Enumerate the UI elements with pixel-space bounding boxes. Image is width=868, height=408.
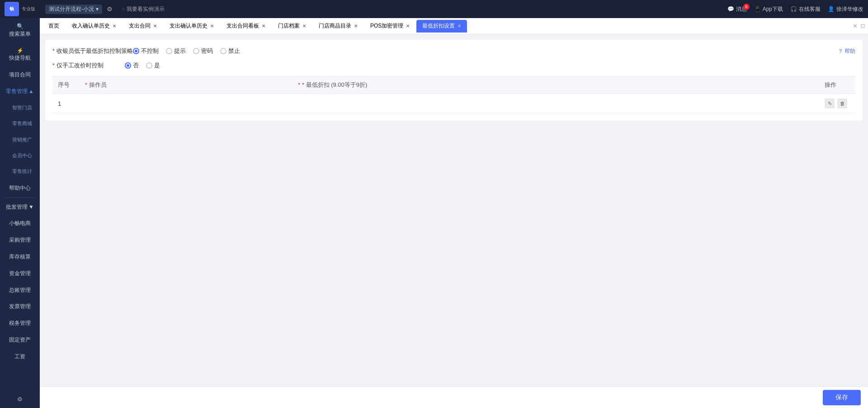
tab-home-label: 首页 [48,22,59,30]
dropdown-arrow-icon: ▾ [96,6,99,12]
tab-income-history-close[interactable]: ✕ [113,23,116,28]
tab-payment-confirm[interactable]: 支出确认单历史 ✕ [164,20,220,33]
topbar-right: 💬 消息 8 📱 App下载 🎧 在线客服 👤 徐泽华修改 [727,5,863,13]
tab-pos-password[interactable]: POS加密管理 ✕ [364,20,415,33]
tab-payment-board-close[interactable]: ✕ [262,23,265,28]
tab-payment-confirm-close[interactable]: ✕ [210,23,214,28]
strategy-label: * 收银员低于最低折扣控制策略 [52,47,133,55]
sidebar-item-inventory[interactable]: 库存核算 [0,249,40,265]
sidebar-item-retail[interactable]: 零售管理 ▲ [0,83,40,100]
tab-payment-contract-close[interactable]: ✕ [153,23,157,28]
delete-row-button[interactable]: 🗑 [837,98,847,108]
sidebar-label-finance: 资金管理 [0,270,40,277]
strategy-required-mark: * [52,47,55,54]
sidebar-item-shortcut[interactable]: ⚡ 快捷导航 [0,42,40,67]
sidebar-item-fixed-assets[interactable]: 固定资产 [0,332,40,348]
tab-min-discount-close[interactable]: ✕ [458,23,461,28]
sidebar-label-search: 搜索菜单 [0,30,40,38]
expand-tab-button[interactable]: ⊡ [860,23,865,29]
username-label: 徐泽华修改 [836,5,863,13]
user-profile-button[interactable]: 👤 徐泽华修改 [828,5,863,13]
manual-price-radio-yes[interactable] [146,62,152,69]
tab-min-discount-label: 最低折扣设置 [422,22,455,30]
row-actions: ✎ 🗑 [825,98,850,108]
project-name: 测试分开流程-小况 [49,5,94,13]
strategy-option-password[interactable]: 密码 [193,47,213,55]
tab-pos-password-close[interactable]: ✕ [406,23,410,28]
manual-price-radio-no[interactable] [125,62,131,69]
customer-service-button[interactable]: 🎧 在线客服 [790,5,821,13]
tab-income-history[interactable]: 收入确认单历史 ✕ [66,20,122,33]
sidebar-item-member[interactable]: 会员中心 [0,148,40,164]
demo-link[interactable]: ○ 我要看实例演示 [122,5,165,13]
manual-price-option-no[interactable]: 否 [125,61,139,70]
sidebar-item-finance[interactable]: 资金管理 [0,265,40,282]
sidebar-item-smart-store[interactable]: 智营门店 [0,100,40,116]
app-logo: 畅 专业版 [5,2,41,16]
tabbar-actions: ✕ ⊡ [853,23,865,29]
strategy-password-label: 密码 [201,47,213,55]
sidebar-item-wholesale[interactable]: 批发管理 ▼ [0,199,40,216]
save-button[interactable]: 保存 [823,390,861,405]
sidebar-label-fixed-assets: 固定资产 [0,336,40,344]
app-download-button[interactable]: 📱 App下载 [754,5,783,13]
cell-action: ✎ 🗑 [819,94,855,113]
tab-payment-board[interactable]: 支出合同看板 ✕ [221,20,271,33]
wholesale-arrow-icon: ▼ [28,203,34,211]
manual-price-option-yes[interactable]: 是 [146,61,160,70]
tab-min-discount[interactable]: 最低折扣设置 ✕ [416,20,467,33]
strategy-radio-password[interactable] [193,48,199,54]
messages-button[interactable]: 💬 消息 8 [727,5,747,13]
sidebar-divider [4,197,36,198]
logo-text: 畅 [9,6,14,12]
tab-payment-board-label: 支出合同看板 [226,22,259,30]
sidebar-item-project[interactable]: 项目合同 [0,66,40,83]
tab-store-products[interactable]: 门店商品目录 ✕ [313,20,363,33]
sidebar-settings-button[interactable]: ⚙ [0,390,40,408]
tab-store-files[interactable]: 门店档案 ✕ [272,20,312,33]
th-seq: 序号 [52,76,80,94]
project-selector[interactable]: 测试分开流程-小况 ▾ [45,5,102,14]
edit-row-button[interactable]: ✎ [825,98,835,108]
sidebar-item-help[interactable]: 帮助中心 [0,180,40,197]
tab-pos-password-label: POS加密管理 [370,22,403,30]
sidebar-label-wholesale: 批发管理 [6,203,28,211]
strategy-radio-group: 不控制 提示 密码 禁止 [133,47,240,55]
sidebar-label-marketing: 营销推广 [5,136,40,143]
tab-store-files-label: 门店档案 [278,22,300,30]
strategy-option-no-control[interactable]: 不控制 [133,47,159,55]
strategy-option-prompt[interactable]: 提示 [166,47,186,55]
sidebar-item-marketing[interactable]: 营销推广 [0,132,40,148]
page-content: * 收银员低于最低折扣控制策略 不控制 提示 [40,34,868,386]
tab-store-products-close[interactable]: ✕ [354,23,358,28]
page-footer: 保存 [40,386,868,408]
tab-store-files-close[interactable]: ✕ [302,23,306,28]
help-button[interactable]: ？ 帮助 [838,47,855,55]
phone-icon: 📱 [754,6,761,12]
strategy-prompt-label: 提示 [174,47,186,55]
sidebar-item-ecommerce[interactable]: 小畅电商 [0,215,40,232]
cell-seq: 1 [52,94,80,113]
sidebar-item-salary[interactable]: 工资 [0,348,40,365]
strategy-forbid-label: 禁止 [228,47,240,55]
edition-label: 专业版 [22,6,35,12]
sidebar-item-retail-stats[interactable]: 零售统计 [0,164,40,179]
settings-button[interactable]: ⚙ [107,5,113,13]
strategy-radio-forbid[interactable] [220,48,226,54]
tab-home[interactable]: 首页 [42,20,65,33]
sidebar-item-tax[interactable]: 税务管理 [0,315,40,332]
close-tab-button[interactable]: ✕ [853,23,858,29]
sidebar-item-retail-mall[interactable]: 零售商城 [0,116,40,131]
tab-payment-contract[interactable]: 支出合同 ✕ [123,20,163,33]
strategy-radio-prompt[interactable] [166,48,172,54]
form-row-strategy: * 收银员低于最低折扣控制策略 不控制 提示 [52,47,855,55]
strategy-option-forbid[interactable]: 禁止 [220,47,240,55]
strategy-radio-no-control[interactable] [133,48,139,54]
sidebar-item-purchase[interactable]: 采购管理 [0,232,40,249]
sidebar-item-search[interactable]: 🔍 搜索菜单 [0,18,40,42]
sidebar-item-invoice[interactable]: 发票管理 [0,298,40,315]
help-label: 帮助 [844,48,855,54]
logo-icon: 畅 [5,2,19,16]
sidebar-item-ledger[interactable]: 总账管理 [0,282,40,299]
discount-table-section: 序号 操作员 * 最低折扣 (9.00等于9折) 操作 1 [52,76,855,113]
